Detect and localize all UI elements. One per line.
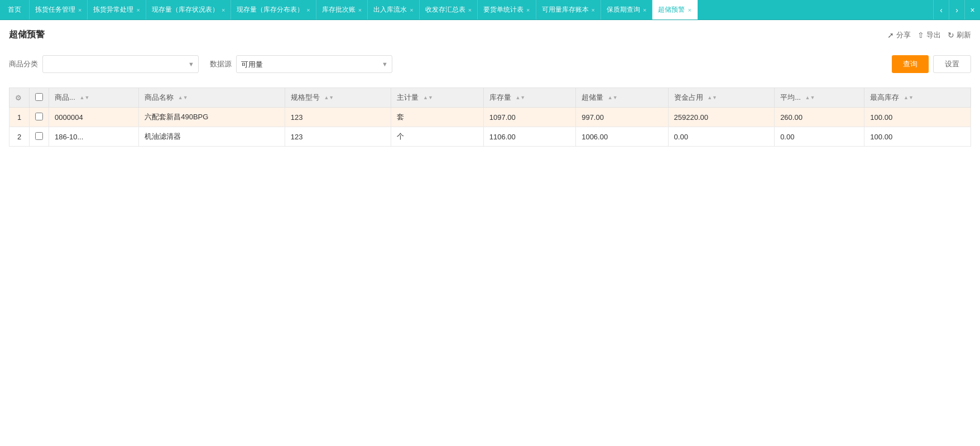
nav-arrows: ‹ › × [933,0,980,20]
main-content: 超储预警 ➚ 分享 ⇧ 导出 ↻ 刷新 商品分类 ▼ [0,20,980,446]
category-select-wrapper: ▼ [42,55,199,73]
close-tab-2[interactable]: × [222,7,225,13]
select-all-checkbox[interactable] [35,93,43,101]
col-unit[interactable]: 主计量 ▲▼ [391,88,483,108]
sort-stock-icon: ▲▼ [515,95,525,100]
col-capital-usage[interactable]: 资金占用 ▲▼ [668,88,775,108]
col-settings: ⚙ [9,88,30,108]
datasource-filter: 数据源 可用量 库存量 ▼ [210,55,392,73]
filter-buttons: 查询 设置 [892,55,971,73]
close-tab-1[interactable]: × [136,7,140,13]
col-over-stock[interactable]: 超储量 ▲▼ [576,88,668,108]
close-tab-7[interactable]: × [526,7,530,13]
row-1-number: 1 [9,108,30,127]
nav-tab-10[interactable]: 超储预警 × [652,0,697,20]
row-1-product-name: 六配套新昌490BPG [139,108,285,127]
col-avg[interactable]: 平均... ▲▼ [775,88,864,108]
nav-next-button[interactable]: › [949,0,964,20]
nav-tab-8[interactable]: 可用量库存账本 × [536,0,601,20]
row-1-checkbox[interactable] [35,113,43,120]
row-1-capital-usage: 259220.00 [668,108,775,127]
datasource-select[interactable]: 可用量 库存量 [236,55,392,73]
close-tab-0[interactable]: × [78,7,81,13]
sort-product-name-icon: ▲▼ [178,95,188,100]
close-tab-3[interactable]: × [306,7,310,13]
nav-tab-1[interactable]: 拣货异常处理 × [88,0,146,20]
row-1-max-stock: 100.00 [864,108,971,127]
table-row: 2 186-10... 机油滤清器 123 个 1106.00 1006.00 … [9,127,971,147]
col-max-stock[interactable]: 最高库存 ▲▼ [864,88,971,108]
nav-tab-3[interactable]: 现存量（库存分布表） × [231,0,316,20]
row-1-spec: 123 [285,108,391,127]
nav-tab-7[interactable]: 要货单统计表 × [478,0,536,20]
refresh-icon: ↻ [948,31,954,40]
sort-unit-icon: ▲▼ [423,95,433,100]
nav-tab-5[interactable]: 出入库流水 × [368,0,419,20]
nav-tab-2[interactable]: 现存量（库存状况表） × [146,0,231,20]
data-table: ⚙ 商品... ▲▼ 商品名称 ▲▼ 规格型号 ▲▼ 主计 [9,88,971,147]
category-filter: 商品分类 ▼ [9,55,199,73]
close-tab-4[interactable]: × [358,7,362,13]
row-2-product-code: 186-10... [49,127,139,147]
nav-tab-0[interactable]: 拣货任务管理 × [30,0,88,20]
row-2-avg: 0.00 [775,127,864,147]
row-1-over-stock: 997.00 [576,108,668,127]
filter-area: 商品分类 ▼ 数据源 可用量 库存量 ▼ 查询 设置 [9,50,971,79]
table-body: 1 0000004 六配套新昌490BPG 123 套 1097.00 997.… [9,108,971,147]
nav-more-button[interactable]: × [964,0,980,20]
export-button[interactable]: ⇧ 导出 [917,30,941,40]
nav-tab-6[interactable]: 收发存汇总表 × [420,0,478,20]
row-2-over-stock: 1006.00 [576,127,668,147]
row-2-max-stock: 100.00 [864,127,971,147]
col-product-code[interactable]: 商品... ▲▼ [49,88,139,108]
row-2-unit: 个 [391,127,483,147]
col-stock[interactable]: 库存量 ▲▼ [483,88,575,108]
nav-home[interactable]: 首页 [0,0,30,20]
table-row: 1 0000004 六配套新昌490BPG 123 套 1097.00 997.… [9,108,971,127]
query-button[interactable]: 查询 [892,55,929,73]
page-title: 超储预警 [9,29,45,41]
row-1-stock: 1097.00 [483,108,575,127]
refresh-button[interactable]: ↻ 刷新 [948,30,971,40]
close-tab-10[interactable]: × [688,7,691,13]
export-icon: ⇧ [917,31,924,40]
sort-capital-usage-icon: ▲▼ [707,95,717,100]
row-1-unit: 套 [391,108,483,127]
close-tab-6[interactable]: × [468,7,472,13]
settings-icon[interactable]: ⚙ [15,94,22,102]
close-tab-9[interactable]: × [643,7,646,13]
row-1-checkbox-cell [30,108,49,127]
close-tab-8[interactable]: × [592,7,595,13]
row-2-checkbox-cell [30,127,49,147]
datasource-label: 数据源 [210,59,232,69]
col-product-name[interactable]: 商品名称 ▲▼ [139,88,285,108]
category-select[interactable] [42,55,199,73]
close-tab-5[interactable]: × [410,7,413,13]
page-header: 超储预警 ➚ 分享 ⇧ 导出 ↻ 刷新 [9,29,971,41]
share-icon: ➚ [887,31,894,40]
row-2-capital-usage: 0.00 [668,127,775,147]
settings-button[interactable]: 设置 [933,55,971,73]
row-2-checkbox[interactable] [35,132,43,140]
row-2-number: 2 [9,127,30,147]
nav-tab-4[interactable]: 库存批次账 × [316,0,368,20]
sort-spec-icon: ▲▼ [324,95,334,100]
row-1-product-code: 0000004 [49,108,139,127]
nav-prev-button[interactable]: ‹ [933,0,949,20]
top-navigation: 首页 拣货任务管理 × 拣货异常处理 × 现存量（库存状况表） × 现存量（库存… [0,0,980,20]
header-actions: ➚ 分享 ⇧ 导出 ↻ 刷新 [887,30,971,40]
sort-avg-icon: ▲▼ [805,95,815,100]
row-2-stock: 1106.00 [483,127,575,147]
share-button[interactable]: ➚ 分享 [887,30,911,40]
col-checkbox [30,88,49,108]
category-label: 商品分类 [9,59,38,69]
sort-product-code-icon: ▲▼ [79,95,89,100]
row-2-spec: 123 [285,127,391,147]
col-spec[interactable]: 规格型号 ▲▼ [285,88,391,108]
nav-tab-9[interactable]: 保质期查询 × [601,0,652,20]
datasource-select-wrapper: 可用量 库存量 ▼ [236,55,392,73]
table-header: ⚙ 商品... ▲▼ 商品名称 ▲▼ 规格型号 ▲▼ 主计 [9,88,971,108]
row-1-avg: 260.00 [775,108,864,127]
sort-over-stock-icon: ▲▼ [608,95,618,100]
row-2-product-name: 机油滤清器 [139,127,285,147]
